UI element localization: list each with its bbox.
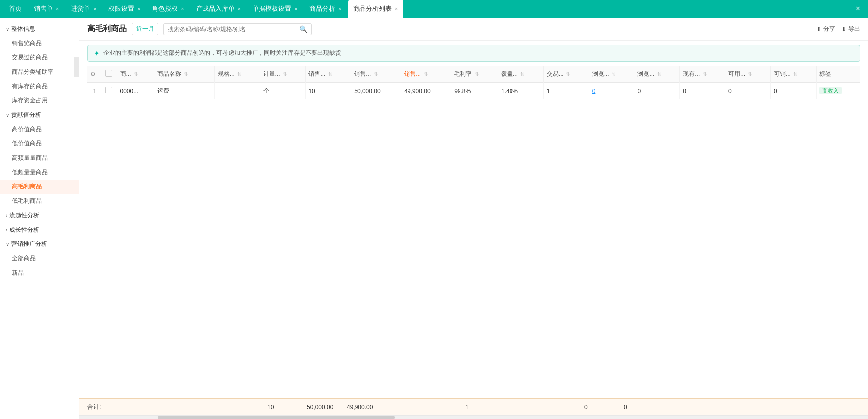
search-input[interactable] bbox=[168, 26, 296, 33]
nav-permissions[interactable]: 权限设置 × bbox=[103, 0, 145, 18]
nav-sales-order[interactable]: 销售单 × bbox=[29, 0, 64, 18]
sidebar-item-stock-capital[interactable]: 库存资金占用 bbox=[0, 93, 79, 108]
sidebar-item-sales-goods[interactable]: 销售览商品 bbox=[0, 36, 79, 50]
sidebar-section-flow[interactable]: › 流趋性分析 bbox=[0, 208, 79, 223]
nav-product-import-close[interactable]: × bbox=[238, 6, 241, 12]
row-sales-cost: 49,900.00 bbox=[401, 83, 451, 99]
footer-label: 合计: bbox=[87, 403, 102, 411]
header-actions: ⬆ 分享 ⬇ 导出 bbox=[817, 25, 860, 33]
export-button[interactable]: ⬇ 导出 bbox=[841, 25, 860, 33]
arrow-marketing: ∨ bbox=[6, 241, 9, 247]
col-sellable[interactable]: 可销... ⇅ bbox=[770, 66, 816, 83]
nav-analysis-close[interactable]: × bbox=[338, 6, 341, 12]
sidebar-item-analysis-assist[interactable]: 商品分类辅助率 bbox=[0, 65, 79, 79]
period-button[interactable]: 近一月 bbox=[132, 23, 158, 35]
nav-analysis-list-close[interactable]: × bbox=[395, 6, 398, 12]
sort-name-icon: ⇅ bbox=[184, 71, 188, 77]
row-select-checkbox[interactable] bbox=[105, 87, 112, 93]
nav-analysis[interactable]: 商品分析 × bbox=[305, 0, 346, 18]
nav-analysis-list[interactable]: 商品分析列表 × bbox=[348, 0, 403, 18]
footer-spacer-10 bbox=[542, 404, 581, 411]
col-browse1[interactable]: 浏览... ⇅ bbox=[589, 66, 634, 83]
row-sales-amount: 50,000.00 bbox=[351, 83, 401, 99]
nav-roles-close[interactable]: × bbox=[181, 6, 184, 12]
sidebar-item-new-goods[interactable]: 新品 bbox=[0, 266, 79, 280]
col-margin-rate[interactable]: 毛利率 ⇅ bbox=[451, 66, 498, 83]
window-close-button[interactable]: × bbox=[852, 4, 864, 13]
col-spec[interactable]: 规格... ⇅ bbox=[214, 66, 260, 83]
nav-template[interactable]: 单据模板设置 × bbox=[248, 0, 302, 18]
export-icon: ⬇ bbox=[841, 26, 846, 33]
row-coverage: 1.49% bbox=[498, 83, 544, 99]
row-trade-count: 1 bbox=[543, 83, 589, 99]
row-spec bbox=[214, 83, 260, 99]
select-all-checkbox[interactable] bbox=[105, 70, 112, 77]
row-sales-qty: 10 bbox=[306, 83, 351, 99]
row-browse1[interactable]: 0 bbox=[589, 83, 634, 99]
nav-roles[interactable]: 角色授权 × bbox=[147, 0, 189, 18]
sidebar-item-traded-goods[interactable]: 交易过的商品 bbox=[0, 50, 79, 65]
nav-template-close[interactable]: × bbox=[294, 6, 297, 12]
col-available[interactable]: 可用... ⇅ bbox=[725, 66, 771, 83]
search-box: 🔍 bbox=[163, 23, 312, 35]
sidebar-item-stocked-goods[interactable]: 有库存的商品 bbox=[0, 79, 79, 93]
sidebar-section-marketing-label: 营销推广分析 bbox=[11, 240, 47, 248]
sort-code-icon: ⇅ bbox=[134, 71, 138, 77]
sort-sales-cost-icon: ⇅ bbox=[424, 71, 428, 77]
col-settings[interactable]: ⚙ bbox=[87, 66, 102, 83]
col-sales-qty[interactable]: 销售... ⇅ bbox=[306, 66, 351, 83]
col-sales-cost[interactable]: 销售... ⇅ bbox=[401, 66, 451, 83]
share-button[interactable]: ⬆ 分享 bbox=[817, 25, 835, 33]
browse1-link[interactable]: 0 bbox=[592, 88, 596, 94]
footer-cells: 10 50,000.00 49,900.00 1 0 0 bbox=[106, 404, 860, 411]
sort-margin-rate-icon: ⇅ bbox=[475, 71, 479, 77]
share-icon: ⬆ bbox=[817, 26, 821, 33]
nav-sales-close[interactable]: × bbox=[56, 6, 59, 12]
sidebar-section-overall[interactable]: ∨ 整体信息 bbox=[0, 22, 79, 36]
col-unit[interactable]: 计量... ⇅ bbox=[260, 66, 306, 83]
col-tag: 标签 bbox=[816, 66, 860, 83]
col-coverage[interactable]: 覆盖... ⇅ bbox=[498, 66, 544, 83]
sidebar-item-all-goods[interactable]: 全部商品 bbox=[0, 251, 79, 266]
horizontal-scrollbar[interactable] bbox=[79, 415, 868, 419]
share-label: 分享 bbox=[823, 25, 835, 33]
row-code: 0000... bbox=[117, 83, 154, 99]
sidebar-section-growth[interactable]: › 成长性分析 bbox=[0, 223, 79, 237]
sidebar-item-high-margin[interactable]: 高毛利商品 bbox=[0, 180, 79, 194]
col-trade-count[interactable]: 交易... ⇅ bbox=[543, 66, 589, 83]
nav-product-import[interactable]: 产成品入库单 × bbox=[191, 0, 246, 18]
col-code[interactable]: 商... ⇅ bbox=[117, 66, 154, 83]
col-sales-amount[interactable]: 销售... ⇅ bbox=[351, 66, 401, 83]
sidebar-section-marketing[interactable]: ∨ 营销推广分析 bbox=[0, 237, 79, 251]
nav-purchase-close[interactable]: × bbox=[93, 6, 96, 12]
scrollbar-thumb[interactable] bbox=[158, 416, 395, 419]
footer-spacer-1 bbox=[106, 404, 121, 411]
sidebar-item-high-value[interactable]: 高价值商品 bbox=[0, 122, 79, 137]
col-browse2[interactable]: 浏览... ⇅ bbox=[634, 66, 680, 83]
sidebar-section-financial-label: 贡献值分析 bbox=[11, 111, 41, 119]
search-icon[interactable]: 🔍 bbox=[299, 25, 307, 33]
sidebar-item-low-freq[interactable]: 低频量量商品 bbox=[0, 165, 79, 180]
nav-sales-label: 销售单 bbox=[34, 4, 53, 13]
nav-purchase[interactable]: 进货单 × bbox=[66, 0, 101, 18]
row-sellable: 0 bbox=[770, 83, 816, 99]
sidebar-section-financial[interactable]: ∨ 贡献值分析 bbox=[0, 108, 79, 122]
footer-spacer-6 bbox=[235, 404, 264, 411]
footer-spacer-5 bbox=[205, 404, 235, 411]
nav-home[interactable]: 首页 bbox=[4, 0, 27, 18]
sidebar-item-low-value[interactable]: 低价值商品 bbox=[0, 137, 79, 151]
row-checkbox[interactable] bbox=[102, 83, 117, 99]
sidebar-item-low-margin[interactable]: 低毛利商品 bbox=[0, 194, 79, 208]
sort-sales-amount-icon: ⇅ bbox=[374, 71, 378, 77]
settings-icon[interactable]: ⚙ bbox=[90, 71, 96, 78]
sidebar-collapse-button[interactable]: 《 bbox=[74, 57, 79, 77]
col-name[interactable]: 商品名称 ⇅ bbox=[154, 66, 215, 83]
col-current-stock[interactable]: 现有... ⇅ bbox=[680, 66, 725, 83]
sort-unit-icon: ⇅ bbox=[283, 71, 287, 77]
footer-sales-qty: 10 bbox=[264, 404, 304, 411]
sidebar-section-overall-label: 整体信息 bbox=[11, 25, 35, 33]
sort-spec-icon: ⇅ bbox=[237, 71, 241, 77]
nav-analysis-label: 商品分析 bbox=[309, 4, 335, 13]
nav-permissions-close[interactable]: × bbox=[137, 6, 140, 12]
sidebar-item-high-freq[interactable]: 高频量量商品 bbox=[0, 151, 79, 165]
